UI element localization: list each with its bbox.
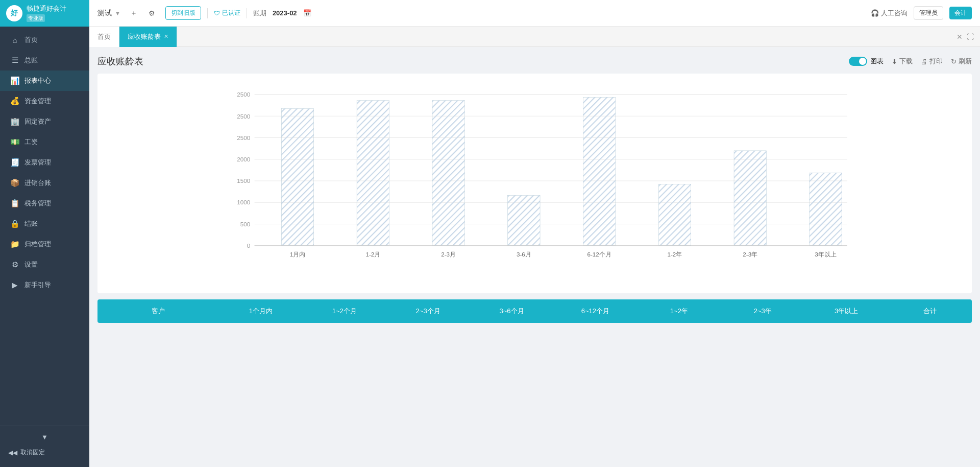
expand-window-icon[interactable]: ⛶	[967, 33, 974, 41]
nav-label-invoice: 发票管理	[24, 158, 51, 167]
sidebar-nav-container: ⌂ 首页 ☰ 总账 📊 报表中心 💰 资金管理 🏢 固定资产 💵 工资 🧾 发票…	[0, 27, 89, 426]
settings-icon[interactable]: ⚙	[145, 6, 159, 20]
consult-button[interactable]: 🎧 人工咨询	[871, 9, 908, 18]
th-1~2个月: 1~2个月	[303, 299, 386, 323]
sidebar-item-settings[interactable]: ⚙ 设置	[0, 254, 89, 275]
page-header: 应收账龄表 图表 ⬇ 下载 🖨 打印	[97, 55, 972, 67]
main-area: 测试 ▼ ＋ ⚙ 切到旧版 🛡 已认证 账期 2023-02 📅 🎧 人工咨询 …	[89, 0, 980, 467]
download-button[interactable]: ⬇ 下载	[892, 57, 913, 66]
svg-text:1500: 1500	[237, 177, 250, 184]
bar-1-2月	[357, 101, 389, 246]
close-window-icon[interactable]: ✕	[957, 33, 963, 41]
sidebar-item-tax[interactable]: 📋 税务管理	[0, 193, 89, 214]
sidebar: 好 畅捷通好会计 专业版 ⌂ 首页 ☰ 总账 📊 报表中心 💰 资金管理 🏢 固…	[0, 0, 89, 467]
nav-icon-payroll: 💵	[10, 137, 19, 147]
svg-text:1月内: 1月内	[290, 251, 305, 258]
th-1个月内: 1个月内	[219, 299, 303, 323]
nav-icon-archive: 📁	[10, 240, 19, 249]
consult-label: 人工咨询	[881, 9, 908, 18]
sidebar-item-archive[interactable]: 📁 归档管理	[0, 234, 89, 254]
tabs-bar: 首页 应收账龄表 ✕ ✕ ⛶	[89, 27, 980, 47]
bar-3-6月	[508, 196, 540, 246]
headset-icon: 🎧	[871, 9, 879, 17]
topbar-right: 🎧 人工咨询 管理员 会计	[871, 6, 972, 20]
shield-icon: 🛡	[214, 10, 220, 17]
nav-label-guide: 新手引导	[24, 281, 51, 290]
print-button[interactable]: 🖨 打印	[921, 57, 943, 66]
project-name: 测试	[97, 9, 112, 18]
logo-icon: 好	[6, 5, 22, 21]
svg-text:2-3月: 2-3月	[441, 251, 456, 258]
svg-text:1-2年: 1-2年	[668, 251, 682, 258]
project-selector[interactable]: 测试 ▼	[97, 9, 120, 18]
sidebar-scroll-down-btn[interactable]: ▼	[0, 431, 89, 443]
sidebar-item-closing[interactable]: 🔒 结账	[0, 214, 89, 234]
nav-icon-tax: 📋	[10, 199, 19, 208]
bar-6-12个月	[583, 97, 616, 245]
app-name: 畅捷通好会计	[27, 5, 66, 13]
tab-home-label: 首页	[97, 32, 111, 41]
chart-inner: 2500 2500 2500 2000 1500 1000 500 0	[113, 84, 957, 278]
svg-text:6-12个月: 6-12个月	[587, 251, 611, 258]
nav-label-ledger: 总账	[24, 56, 38, 65]
sidebar-nav: ⌂ 首页 ☰ 总账 📊 报表中心 💰 资金管理 🏢 固定资产 💵 工资 🧾 发票…	[0, 27, 89, 298]
refresh-label: 刷新	[959, 57, 972, 66]
nav-icon-closing: 🔒	[10, 219, 19, 228]
calendar-icon[interactable]: 📅	[303, 9, 311, 17]
svg-text:2-3年: 2-3年	[743, 251, 757, 258]
sidebar-item-home[interactable]: ⌂ 首页	[0, 30, 89, 50]
sidebar-item-funds[interactable]: 💰 资金管理	[0, 91, 89, 111]
page-container: 应收账龄表 图表 ⬇ 下载 🖨 打印	[89, 47, 980, 467]
nav-label-inventory: 进销台账	[24, 178, 51, 188]
add-button[interactable]: ＋	[127, 6, 141, 20]
svg-text:3年以上: 3年以上	[815, 251, 836, 258]
refresh-icon: ↻	[951, 58, 957, 65]
table-container: 客户1个月内1~2个月2~3个月3~6个月6~12个月1~2年2~3年3年以上合…	[97, 299, 972, 323]
chevron-down-icon: ▼	[115, 10, 120, 16]
tab-close-icon[interactable]: ✕	[164, 33, 168, 40]
svg-text:2000: 2000	[237, 156, 250, 162]
refresh-button[interactable]: ↻ 刷新	[951, 57, 972, 66]
cancel-fixed-label: 取消固定	[20, 448, 45, 457]
sidebar-item-ledger[interactable]: ☰ 总账	[0, 50, 89, 71]
content-area: 应收账龄表 图表 ⬇ 下载 🖨 打印	[89, 47, 980, 467]
divider2	[247, 8, 247, 18]
nav-label-home: 首页	[24, 35, 38, 44]
th-3年以上: 3年以上	[804, 299, 888, 323]
pin-icon: ◀◀	[8, 449, 17, 456]
svg-text:1000: 1000	[237, 199, 250, 205]
svg-text:2500: 2500	[237, 91, 250, 98]
chart-toggle[interactable]: 图表	[849, 57, 884, 66]
tab-home[interactable]: 首页	[89, 27, 119, 47]
table-header-row: 客户1个月内1~2个月2~3个月3~6个月6~12个月1~2年2~3年3年以上合…	[97, 299, 972, 323]
tab-ar-aging[interactable]: 应收账龄表 ✕	[119, 27, 177, 47]
sidebar-item-payroll[interactable]: 💵 工资	[0, 132, 89, 152]
cancel-fixed-button[interactable]: ◀◀ 取消固定	[0, 443, 89, 462]
bar-2-3月	[432, 101, 464, 246]
sidebar-item-inventory[interactable]: 📦 进销台账	[0, 173, 89, 193]
accountant-button[interactable]: 会计	[949, 7, 972, 19]
toggle-track[interactable]	[849, 57, 867, 66]
certified-label: 已认证	[222, 9, 240, 17]
switch-to-old-button[interactable]: 切到旧版	[165, 6, 201, 20]
nav-icon-assets: 🏢	[10, 117, 19, 126]
print-label: 打印	[929, 57, 943, 66]
nav-label-reports: 报表中心	[24, 76, 51, 85]
topbar: 测试 ▼ ＋ ⚙ 切到旧版 🛡 已认证 账期 2023-02 📅 🎧 人工咨询 …	[89, 0, 980, 27]
th-1~2年: 1~2年	[637, 299, 721, 323]
bar-3年以上	[810, 173, 842, 245]
th-2~3个月: 2~3个月	[386, 299, 470, 323]
sidebar-item-reports[interactable]: 📊 报表中心	[0, 71, 89, 91]
nav-label-funds: 资金管理	[24, 97, 51, 106]
th-客户: 客户	[97, 299, 219, 323]
sidebar-item-guide[interactable]: ▶ 新手引导	[0, 275, 89, 295]
nav-icon-invoice: 🧾	[10, 158, 19, 167]
period-value: 2023-02	[273, 9, 297, 17]
sidebar-logo: 好 畅捷通好会计 专业版	[0, 0, 89, 27]
tabs-right-actions: ✕ ⛶	[957, 33, 980, 41]
user-button[interactable]: 管理员	[914, 6, 943, 20]
sidebar-bottom: ▼ ◀◀ 取消固定	[0, 426, 89, 467]
sidebar-item-assets[interactable]: 🏢 固定资产	[0, 111, 89, 132]
svg-text:1-2月: 1-2月	[365, 251, 380, 258]
sidebar-item-invoice[interactable]: 🧾 发票管理	[0, 152, 89, 173]
